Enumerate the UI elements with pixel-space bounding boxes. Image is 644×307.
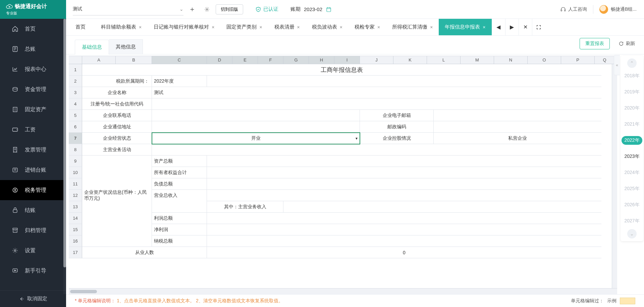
switch-old-button[interactable]: 切到旧版: [216, 4, 243, 14]
tab-4[interactable]: 税表清册×: [268, 19, 306, 35]
cell[interactable]: [82, 156, 152, 167]
cell[interactable]: 资产总额: [152, 156, 207, 167]
cell[interactable]: 0: [207, 247, 601, 258]
year-item[interactable]: 2027年: [621, 213, 643, 229]
row-1[interactable]: 1: [69, 64, 82, 76]
sidebar-item-funds[interactable]: 资金管理: [0, 79, 66, 99]
cell[interactable]: 主营业务活动: [82, 144, 152, 156]
cell[interactable]: 2022年度: [152, 76, 207, 87]
col-F[interactable]: F: [258, 56, 283, 64]
col-K[interactable]: K: [393, 56, 427, 64]
year-item[interactable]: 2020年: [621, 100, 643, 116]
sidebar-item-ledger[interactable]: 总账: [0, 39, 66, 59]
year-item[interactable]: 2018年: [621, 68, 643, 84]
subtab-other[interactable]: 其他信息: [109, 39, 143, 54]
cell[interactable]: 私营企业: [434, 133, 601, 144]
row-9[interactable]: 9: [69, 156, 82, 167]
col-G[interactable]: G: [283, 56, 309, 64]
col-E[interactable]: E: [232, 56, 258, 64]
col-N[interactable]: N: [494, 56, 528, 64]
business-select[interactable]: 测试 ⌄: [73, 3, 183, 15]
cell[interactable]: 纳税总额: [152, 235, 207, 247]
sidebar-item-home[interactable]: 首页: [0, 19, 66, 39]
asset-group-label[interactable]: 企业资产状况信息(币种：人民币万元): [82, 190, 152, 201]
cell[interactable]: 企业控股情况: [360, 133, 434, 144]
close-icon[interactable]: ×: [139, 25, 142, 30]
tab-home[interactable]: 首页: [66, 19, 95, 35]
cell[interactable]: [152, 201, 207, 213]
cell[interactable]: [283, 201, 601, 213]
cell[interactable]: 利润总额: [152, 213, 207, 224]
status-dropdown-cell[interactable]: 开业: [152, 133, 360, 144]
cell[interactable]: [207, 213, 601, 224]
cell[interactable]: [152, 98, 601, 110]
close-icon[interactable]: ×: [340, 25, 342, 30]
cell[interactable]: 企业通信地址: [82, 121, 152, 133]
sidebar-item-assets[interactable]: 固定资产: [0, 99, 66, 120]
cell[interactable]: 其中：主营业务收入: [207, 201, 283, 213]
year-item-active[interactable]: 2022年: [621, 132, 643, 148]
cell[interactable]: [207, 235, 601, 247]
year-down[interactable]: ⌄: [627, 229, 637, 238]
reset-report-button[interactable]: 重置报表: [580, 38, 610, 49]
col-C[interactable]: C: [152, 56, 207, 64]
sheet-vertical-scrollbar[interactable]: [612, 64, 617, 288]
row-13[interactable]: 13: [69, 201, 82, 213]
year-item[interactable]: 2024年: [621, 165, 643, 181]
cell[interactable]: [207, 224, 601, 235]
cell[interactable]: [207, 76, 601, 87]
sidebar-item-reports[interactable]: 报表中心: [0, 59, 66, 79]
calendar-icon[interactable]: [326, 6, 332, 12]
col-D[interactable]: D: [207, 56, 232, 64]
row-12[interactable]: 12: [69, 190, 82, 201]
col-L[interactable]: L: [427, 56, 461, 64]
row-11[interactable]: 11: [69, 178, 82, 190]
year-up[interactable]: ⌃: [627, 58, 637, 68]
tab-3[interactable]: 固定资产类别×: [220, 19, 268, 35]
col-B[interactable]: B: [116, 56, 152, 64]
year-collapse-handle[interactable]: «: [614, 55, 620, 75]
year-item[interactable]: 2019年: [621, 84, 643, 100]
cell[interactable]: 企业名称: [82, 87, 152, 98]
tab-8[interactable]: 年报信息申报表×: [439, 19, 491, 35]
sheet-horizontal-scrollbar[interactable]: [69, 288, 617, 294]
tab-2[interactable]: 日记账与银行对账单核对×: [148, 19, 220, 35]
tab-7[interactable]: 所得税汇算清缴×: [386, 19, 439, 35]
row-4[interactable]: 4: [69, 98, 82, 110]
row-10[interactable]: 10: [69, 167, 82, 178]
refresh-button[interactable]: 刷新: [619, 41, 635, 47]
year-item[interactable]: 2026年: [621, 197, 643, 213]
cell[interactable]: 注册号/统一社会信用代码: [82, 98, 152, 110]
row-5[interactable]: 5: [69, 110, 82, 121]
tab-1[interactable]: 科目辅助余额表×: [95, 19, 148, 35]
select-all-corner[interactable]: [69, 56, 82, 64]
cell[interactable]: 税款所属期间：: [82, 76, 152, 87]
sidebar-scrollbar[interactable]: [63, 19, 66, 294]
cell[interactable]: [207, 190, 601, 201]
year-item[interactable]: 2023年: [621, 148, 643, 165]
tab-5[interactable]: 税负波动表×: [306, 19, 348, 35]
close-icon[interactable]: ×: [297, 25, 300, 30]
row-14[interactable]: 14: [69, 213, 82, 224]
close-icon[interactable]: ×: [212, 25, 214, 30]
sidebar-item-tax[interactable]: 税务管理: [0, 180, 66, 200]
cell[interactable]: [152, 110, 360, 121]
year-item[interactable]: 2021年: [621, 116, 643, 132]
tabs-prev[interactable]: ◀: [492, 19, 505, 35]
year-item[interactable]: 2025年: [621, 181, 643, 197]
cell[interactable]: [82, 178, 152, 190]
row-16[interactable]: 16: [69, 235, 82, 247]
close-icon[interactable]: ×: [259, 25, 262, 30]
cell[interactable]: [152, 121, 360, 133]
cell[interactable]: [82, 213, 152, 224]
cell[interactable]: 企业联系电话: [82, 110, 152, 121]
cell[interactable]: [82, 167, 152, 178]
tabs-next[interactable]: ▶: [505, 19, 519, 35]
col-I[interactable]: I: [334, 56, 360, 64]
cell[interactable]: 所有者权益合计: [152, 167, 207, 178]
user-menu[interactable]: 畅捷通B组...: [599, 5, 637, 14]
cell[interactable]: 净利润: [152, 224, 207, 235]
cell[interactable]: [152, 144, 601, 156]
row-3[interactable]: 3: [69, 87, 82, 98]
tab-6[interactable]: 税检专家×: [348, 19, 386, 35]
